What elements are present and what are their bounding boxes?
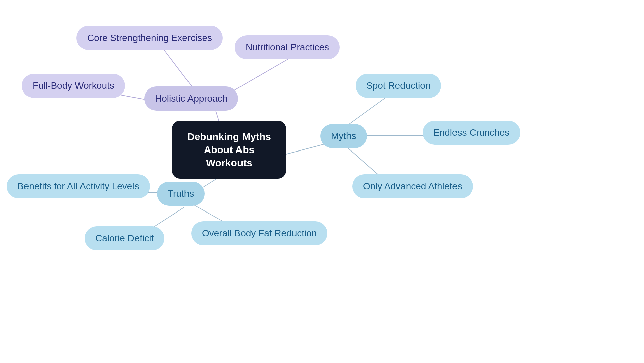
node-holistic-approach: Holistic Approach <box>144 86 238 111</box>
node-benefits-activity-levels: Benefits for All Activity Levels <box>7 174 150 198</box>
node-endless-crunches: Endless Crunches <box>423 121 520 145</box>
node-truths: Truths <box>157 182 205 206</box>
node-nutritional-practices: Nutritional Practices <box>235 35 340 59</box>
line-holistic-nutritional <box>228 57 292 94</box>
node-calorie-deficit: Calorie Deficit <box>85 226 164 250</box>
node-overall-body-fat-reduction: Overall Body Fat Reduction <box>191 221 327 245</box>
node-full-body-workouts: Full-Body Workouts <box>22 74 125 98</box>
node-core-exercises: Core Strengthening Exercises <box>76 26 223 50</box>
node-spot-reduction: Spot Reduction <box>356 74 441 98</box>
center-node: Debunking Myths About Abs Workouts <box>172 121 286 179</box>
node-only-advanced-athletes: Only Advanced Athletes <box>352 174 473 198</box>
node-myths: Myths <box>320 124 367 148</box>
